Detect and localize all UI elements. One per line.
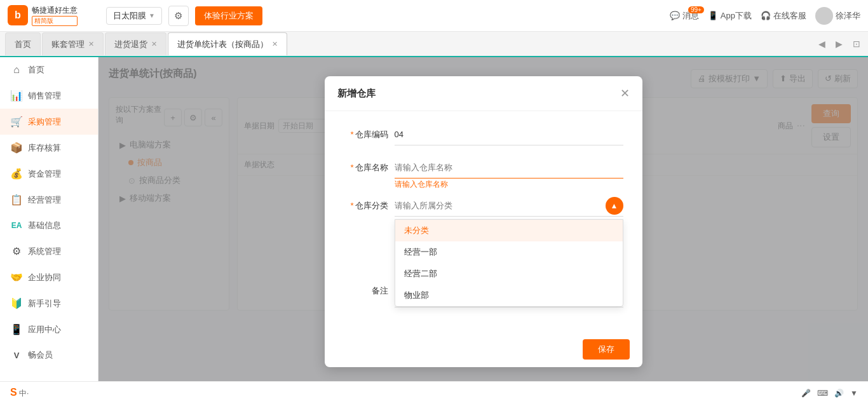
bottom-right: 🎤 ⌨ 🔊 ▼: [801, 389, 858, 398]
tab-accounts-close-icon[interactable]: ✕: [88, 40, 94, 48]
sidebar-item-basic-info[interactable]: EA 基础信息: [0, 213, 98, 238]
keyboard-icon[interactable]: ⌨: [817, 389, 828, 398]
name-error-tip: 请输入仓库名称: [395, 179, 448, 190]
sidebar-item-vip[interactable]: V 畅会员: [0, 342, 98, 368]
tab-bar: 首页 账套管理 ✕ 进货退货 ✕ 进货单统计表（按商品） ✕ ◀ ▶ ⊡: [0, 32, 868, 57]
sidebar-item-home[interactable]: ⌂ 首页: [0, 57, 98, 83]
dropdown-item-uncategorized[interactable]: 未分类: [395, 220, 623, 241]
top-header: b 畅捷通好生意 精简版 日太阳膜 ▼ ⚙ 体验行业方案 💬 消息 99+ 📱 …: [0, 0, 868, 32]
tab-purchase-stats[interactable]: 进货单统计表（按商品） ✕: [168, 32, 287, 55]
bottom-bar: S 中· 🎤 ⌨ 🔊 ▼: [0, 381, 868, 404]
sidebar-item-apps[interactable]: 📱 应用中心: [0, 316, 98, 342]
tab-nav-left-icon[interactable]: ◀: [816, 37, 828, 50]
bottom-left: S 中·: [10, 387, 29, 399]
dropdown-item-dept3[interactable]: 物业部: [395, 285, 623, 306]
warehouse-category-row: 仓库分类 ▲ 未分类 经营一部 经营二部 物业部: [344, 195, 623, 217]
warehouse-code-row: 仓库编码: [344, 124, 623, 145]
logo-badge: 精简版: [32, 16, 78, 26]
app-download-item[interactable]: 📱 App下载: [708, 10, 752, 22]
logo-text: 畅捷通好生意: [32, 5, 78, 16]
home-icon: ⌂: [10, 64, 23, 76]
tab-nav-right-icon[interactable]: ▶: [833, 37, 845, 50]
app-icon: 📱: [708, 11, 718, 20]
name-label: 仓库名称: [344, 157, 395, 173]
sidebar-item-guide[interactable]: 🔰 新手引导: [0, 290, 98, 316]
user-avatar-area[interactable]: 徐泽华: [815, 7, 860, 25]
store-arrow-icon: ▼: [149, 12, 155, 19]
tab-purchase-return[interactable]: 进货退货 ✕: [105, 32, 166, 55]
select-arrow-icon[interactable]: ▲: [606, 197, 623, 215]
guide-icon: 🔰: [10, 297, 23, 309]
sales-icon: 📊: [10, 90, 23, 102]
dialog-overlay: 新增仓库 ✕ 仓库编码 仓库名称 请输入仓库名称: [98, 57, 868, 404]
content-area: 进货单统计(按商品) 🖨 按模板打印 ▼ ⬆ 导出 ↺ 刷新: [98, 57, 868, 404]
trial-button[interactable]: 体验行业方案: [195, 6, 262, 25]
tab-expand-icon[interactable]: ⊡: [850, 37, 863, 50]
operations-icon: 📋: [10, 194, 23, 206]
tab-purchase-stats-close-icon[interactable]: ✕: [272, 40, 278, 48]
s-logo: S: [10, 387, 17, 398]
basic-info-icon: EA: [10, 221, 23, 230]
sidebar-item-operations[interactable]: 📋 经营管理: [0, 187, 98, 213]
dropdown-item-dept1[interactable]: 经营一部: [395, 241, 623, 263]
service-item[interactable]: 🎧 在线客服: [761, 10, 806, 22]
main-layout: ⌂ 首页 📊 销售管理 🛒 采购管理 📦 库存核算 💰 资金管理 📋 经营管理 …: [0, 57, 868, 404]
notification-badge: 99+: [688, 6, 704, 13]
dialog-body: 仓库编码 仓库名称 请输入仓库名称 仓库分类 ▲: [325, 111, 642, 332]
logo-icon: b: [8, 5, 28, 25]
sidebar-item-purchase[interactable]: 🛒 采购管理: [0, 109, 98, 135]
dropdown-icon[interactable]: ▼: [850, 389, 858, 398]
warehouse-code-input[interactable]: [395, 124, 623, 145]
warehouse-name-input[interactable]: [395, 157, 623, 178]
category-input[interactable]: [395, 195, 623, 217]
tab-home[interactable]: 首页: [5, 32, 41, 55]
enterprise-icon: 🤝: [10, 271, 23, 283]
category-select-wrap: ▲ 未分类 经营一部 经营二部 物业部: [395, 195, 623, 217]
gear-icon: ⚙: [174, 10, 182, 22]
vip-icon: V: [10, 351, 23, 360]
mic-icon[interactable]: 🎤: [801, 389, 811, 398]
tab-purchase-return-close-icon[interactable]: ✕: [151, 40, 157, 48]
sidebar-item-finance[interactable]: 💰 资金管理: [0, 161, 98, 187]
dialog-title: 新增仓库: [337, 88, 376, 100]
header-middle: 日太阳膜 ▼ ⚙ 体验行业方案: [106, 6, 670, 26]
inventory-icon: 📦: [10, 142, 23, 154]
apps-icon: 📱: [10, 323, 23, 335]
system-icon: ⚙: [10, 245, 23, 257]
code-label: 仓库编码: [344, 124, 395, 140]
gear-button[interactable]: ⚙: [168, 6, 189, 26]
header-right: 💬 消息 99+ 📱 App下载 🎧 在线客服 徐泽华: [670, 7, 860, 25]
sidebar-item-system[interactable]: ⚙ 系统管理: [0, 238, 98, 264]
avatar: [815, 7, 833, 25]
tab-accounts[interactable]: 账套管理 ✕: [42, 32, 104, 55]
sidebar-item-sales[interactable]: 📊 销售管理: [0, 83, 98, 109]
dialog-footer: 保存: [325, 332, 642, 367]
new-warehouse-dialog: 新增仓库 ✕ 仓库编码 仓库名称 请输入仓库名称: [325, 76, 642, 367]
dialog-header: 新增仓库 ✕: [325, 76, 642, 111]
message-icon: 💬: [670, 11, 680, 20]
dialog-close-icon[interactable]: ✕: [620, 86, 630, 100]
finance-icon: 💰: [10, 168, 23, 180]
store-selector[interactable]: 日太阳膜 ▼: [106, 7, 162, 25]
purchase-icon: 🛒: [10, 116, 23, 128]
category-dropdown: 未分类 经营一部 经营二部 物业部: [395, 219, 623, 307]
dropdown-item-dept2[interactable]: 经营二部: [395, 263, 623, 285]
speaker-icon[interactable]: 🔊: [834, 389, 844, 398]
sidebar-item-enterprise[interactable]: 🤝 企业协同: [0, 264, 98, 290]
sidebar: ⌂ 首页 📊 销售管理 🛒 采购管理 📦 库存核算 💰 资金管理 📋 经营管理 …: [0, 57, 98, 404]
service-icon: 🎧: [761, 11, 771, 20]
message-item[interactable]: 💬 消息 99+: [670, 10, 699, 22]
warehouse-name-row: 仓库名称 请输入仓库名称: [344, 157, 623, 178]
logo-area: b 畅捷通好生意 精简版: [8, 5, 106, 26]
save-button[interactable]: 保存: [583, 339, 630, 360]
sidebar-item-inventory[interactable]: 📦 库存核算: [0, 135, 98, 161]
remark-label: 备注: [344, 280, 395, 297]
category-label: 仓库分类: [344, 195, 395, 212]
